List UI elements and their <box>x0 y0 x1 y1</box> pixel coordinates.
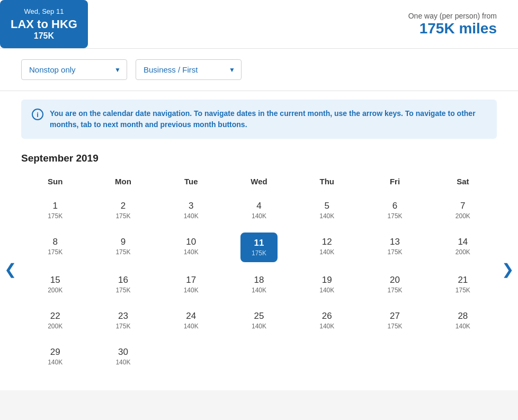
calendar-day-cell[interactable]: 6175K <box>361 192 428 228</box>
day[interactable]: 29140K <box>37 343 74 370</box>
day[interactable]: 17140K <box>173 271 210 298</box>
calendar-day-cell[interactable]: 21175K <box>429 266 497 302</box>
day[interactable]: 8175K <box>37 233 74 260</box>
calendar-day-cell[interactable]: 13175K <box>361 228 428 266</box>
day[interactable]: 18140K <box>240 271 278 298</box>
day[interactable]: 25140K <box>240 307 278 334</box>
stop-select[interactable]: Nonstop only All flights <box>21 59 127 80</box>
info-box: i You are on the calendar date navigatio… <box>21 100 497 139</box>
day[interactable]: 20175K <box>377 271 414 298</box>
day[interactable]: 3140K <box>173 196 210 224</box>
calendar-day-cell[interactable]: 18140K <box>225 266 293 302</box>
calendar-week-row: 15200K16175K17140K18140K19140K20175K2117… <box>21 266 497 302</box>
day[interactable]: 14200K <box>444 233 481 260</box>
calendar-day-cell[interactable]: 11175K <box>225 228 293 266</box>
day[interactable]: 23175K <box>104 307 141 334</box>
day-number: 8 <box>52 237 57 247</box>
calendar-day-cell[interactable]: 15200K <box>21 266 89 302</box>
calendar-day-cell <box>361 338 428 374</box>
cabin-filter[interactable]: Business / First Economy Premium Economy… <box>136 59 242 80</box>
day[interactable]: 16175K <box>104 271 141 298</box>
calendar-day-cell[interactable]: 14200K <box>429 228 497 266</box>
day-number: 30 <box>118 347 128 358</box>
day-number: 15 <box>50 275 60 285</box>
calendar-day-cell[interactable]: 16175K <box>89 266 157 302</box>
calendar-day-cell[interactable]: 26140K <box>293 302 361 338</box>
calendar-day-cell[interactable]: 3140K <box>157 192 225 228</box>
day-miles: 200K <box>456 212 470 220</box>
info-icon: i <box>32 109 43 120</box>
calendar-day-cell[interactable]: 2175K <box>89 192 157 228</box>
day[interactable]: 24140K <box>173 307 210 334</box>
day[interactable]: 12140K <box>308 233 345 260</box>
day-miles: 175K <box>252 249 266 257</box>
calendar-week-row: 8175K9175K10140K11175K12140K13175K14200K <box>21 228 497 266</box>
day-number: 27 <box>390 311 400 321</box>
day-number: 1 <box>52 201 57 211</box>
route-label: LAX to HKG <box>11 17 77 31</box>
day-number: 19 <box>322 275 332 285</box>
calendar-week-row: 29140K30140K <box>21 338 497 374</box>
calendar-day-cell[interactable]: 8175K <box>21 228 89 266</box>
calendar-day-cell <box>225 338 293 374</box>
calendar-day-cell[interactable]: 4140K <box>225 192 293 228</box>
calendar-day-cell[interactable]: 29140K <box>21 338 89 374</box>
day-miles: 140K <box>184 212 199 220</box>
calendar-day-cell[interactable]: 28140K <box>429 302 497 338</box>
selected-day[interactable]: 11175K <box>240 233 278 262</box>
stop-filter[interactable]: Nonstop only All flights ▼ <box>21 59 127 80</box>
calendar-day-cell[interactable]: 24140K <box>157 302 225 338</box>
calendar-day-cell[interactable]: 19140K <box>293 266 361 302</box>
cabin-select[interactable]: Business / First Economy Premium Economy <box>136 59 242 80</box>
calendar-day-cell[interactable]: 27175K <box>361 302 428 338</box>
day[interactable]: 22200K <box>37 307 74 334</box>
day[interactable]: 28140K <box>444 307 481 334</box>
calendar-day-cell[interactable]: 9175K <box>89 228 157 266</box>
calendar-table: SunMonTueWedThuFriSat 1175K2175K3140K414… <box>21 174 497 374</box>
day-number: 25 <box>254 311 264 321</box>
next-month-button[interactable]: ❯ <box>497 256 518 282</box>
day[interactable]: 7200K <box>444 196 481 224</box>
day[interactable]: 10140K <box>173 233 210 260</box>
calendar-day-cell[interactable]: 30140K <box>89 338 157 374</box>
day-number: 5 <box>325 201 329 211</box>
calendar-day-cell[interactable]: 5140K <box>293 192 361 228</box>
calendar-day-cell[interactable]: 1175K <box>21 192 89 228</box>
day[interactable]: 6175K <box>377 196 414 224</box>
day-miles: 175K <box>388 212 403 220</box>
day[interactable]: 1175K <box>37 196 74 224</box>
day[interactable]: 9175K <box>104 233 141 260</box>
day[interactable]: 21175K <box>444 271 481 298</box>
day-number: 10 <box>186 237 196 247</box>
calendar-day-cell[interactable]: 12140K <box>293 228 361 266</box>
day[interactable]: 30140K <box>104 343 141 370</box>
calendar-day-cell[interactable]: 22200K <box>21 302 89 338</box>
day-miles: 175K <box>388 287 403 294</box>
calendar-day-cell[interactable]: 25140K <box>225 302 293 338</box>
prev-month-button[interactable]: ❮ <box>0 256 21 282</box>
day[interactable]: 5140K <box>308 196 345 224</box>
day-miles: 175K <box>115 248 130 256</box>
day-miles: 175K <box>388 323 403 330</box>
day-number: 21 <box>458 275 468 285</box>
day-number: 6 <box>392 201 397 211</box>
route-badge: Wed, Sep 11 LAX to HKG 175K <box>0 0 88 48</box>
calendar-day-cell <box>157 338 225 374</box>
day[interactable]: 19140K <box>308 271 345 298</box>
day-miles: 140K <box>184 323 199 330</box>
day-number: 4 <box>256 201 261 211</box>
calendar-day-cell[interactable]: 7200K <box>429 192 497 228</box>
day-miles: 140K <box>456 323 470 330</box>
day-number: 16 <box>118 275 128 285</box>
day[interactable]: 15200K <box>37 271 74 298</box>
calendar-day-cell[interactable]: 23175K <box>89 302 157 338</box>
calendar-day-cell[interactable]: 20175K <box>361 266 428 302</box>
calendar-day-cell[interactable]: 10140K <box>157 228 225 266</box>
day[interactable]: 2175K <box>104 196 141 224</box>
day[interactable]: 26140K <box>308 307 345 334</box>
calendar-day-cell[interactable]: 17140K <box>157 266 225 302</box>
day[interactable]: 4140K <box>240 196 278 224</box>
calendar-week-row: 1175K2175K3140K4140K5140K6175K7200K <box>21 192 497 228</box>
day[interactable]: 27175K <box>377 307 414 334</box>
day[interactable]: 13175K <box>377 233 414 260</box>
